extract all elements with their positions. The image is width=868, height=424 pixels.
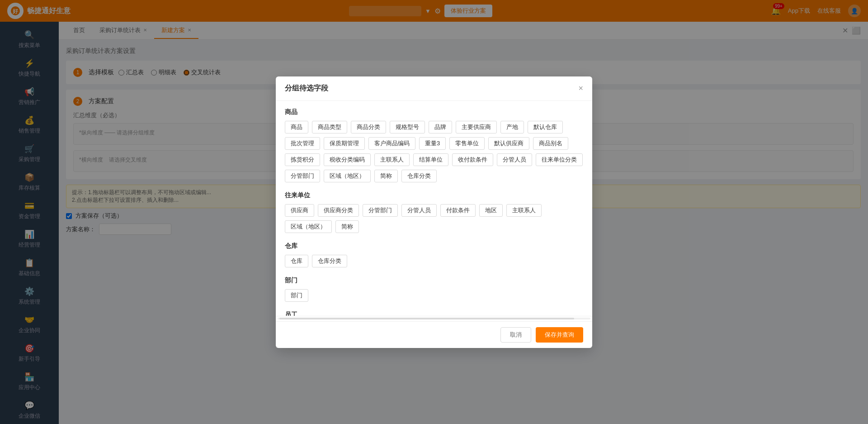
tag-supplier-category[interactable]: 供应商分类 [318, 204, 359, 217]
tag-payment-terms[interactable]: 收付款条件 [452, 153, 493, 166]
tag-main-supplier[interactable]: 主要供应商 [456, 121, 497, 133]
tag-region-partner[interactable]: 区域（地区） [285, 220, 332, 233]
tag-area[interactable]: 地区 [479, 204, 503, 217]
section-employee-title: 员工 [285, 311, 583, 316]
dialog-header: 分组待选字段 × [276, 76, 592, 101]
section-warehouse-tags: 仓库 仓库分类 [285, 255, 583, 267]
tag-retail-unit[interactable]: 零售单位 [449, 137, 485, 150]
tag-dept[interactable]: 部门 [285, 289, 308, 302]
tag-default-warehouse[interactable]: 默认仓库 [528, 121, 563, 133]
tag-warehouse[interactable]: 仓库 [285, 255, 308, 267]
tag-goods-category[interactable]: 商品分类 [351, 121, 386, 133]
tag-goods-type[interactable]: 商品类型 [312, 121, 347, 133]
section-partner: 往来单位 供应商 供应商分类 分管部门 分管人员 付款条件 地区 主联系人 区域… [285, 191, 583, 233]
dialog-hscroll [276, 316, 592, 321]
dialog-footer: 取消 保存并查询 [276, 321, 592, 348]
section-partner-tags: 供应商 供应商分类 分管部门 分管人员 付款条件 地区 主联系人 区域（地区） … [285, 204, 583, 233]
field-select-dialog: 分组待选字段 × 商品 商品 商品类型 商品分类 规格型号 品牌 主要供应商 产… [276, 76, 592, 348]
dialog-close-btn[interactable]: × [578, 84, 583, 92]
tag-manager[interactable]: 分管人员 [497, 153, 532, 166]
tag-dept-partner[interactable]: 分管部门 [363, 204, 398, 217]
tag-shelf-life[interactable]: 保质期管理 [324, 137, 365, 150]
tag-batch-mgmt[interactable]: 批次管理 [285, 137, 320, 150]
section-goods: 商品 商品 商品类型 商品分类 规格型号 品牌 主要供应商 产地 默认仓库 批次… [285, 108, 583, 182]
section-partner-title: 往来单位 [285, 191, 583, 200]
tag-tax-code[interactable]: 税收分类编码 [324, 153, 371, 166]
tag-warehouse-category[interactable]: 仓库分类 [312, 255, 347, 267]
tag-short-name-partner[interactable]: 简称 [335, 220, 359, 233]
tag-managing-dept[interactable]: 分管部门 [285, 170, 320, 182]
tag-warehouse-cat[interactable]: 仓库分类 [401, 170, 437, 182]
tag-origin[interactable]: 产地 [500, 121, 524, 133]
section-warehouse: 仓库 仓库 仓库分类 [285, 242, 583, 267]
section-dept-title: 部门 [285, 276, 583, 285]
dialog-title: 分组待选字段 [285, 84, 328, 93]
confirm-btn[interactable]: 保存并查询 [536, 327, 583, 343]
section-dept-tags: 部门 [285, 289, 583, 302]
tag-goods-alias[interactable]: 商品别名 [533, 137, 568, 150]
tag-main-contact-partner[interactable]: 主联系人 [506, 204, 542, 217]
dialog-body: 商品 商品 商品类型 商品分类 规格型号 品牌 主要供应商 产地 默认仓库 批次… [276, 101, 592, 316]
section-goods-title: 商品 [285, 108, 583, 116]
tag-payment-cond[interactable]: 付款条件 [440, 204, 476, 217]
tag-goods[interactable]: 商品 [285, 121, 308, 133]
tag-brand[interactable]: 品牌 [429, 121, 452, 133]
tag-region-goods[interactable]: 区域（地区） [324, 170, 371, 182]
tag-partner-category[interactable]: 往来单位分类 [536, 153, 583, 166]
tag-person-partner[interactable]: 分管人员 [401, 204, 437, 217]
tag-customer-code[interactable]: 客户商品编码 [368, 137, 415, 150]
tag-supplier[interactable]: 供应商 [285, 204, 314, 217]
section-dept: 部门 部门 [285, 276, 583, 302]
section-warehouse-title: 仓库 [285, 242, 583, 250]
tag-main-contact[interactable]: 主联系人 [374, 153, 410, 166]
section-goods-tags: 商品 商品类型 商品分类 规格型号 品牌 主要供应商 产地 默认仓库 批次管理 … [285, 121, 583, 182]
tag-weight3[interactable]: 重量3 [419, 137, 446, 150]
tag-default-supplier[interactable]: 默认供应商 [488, 137, 529, 150]
tag-spec-model[interactable]: 规格型号 [390, 121, 425, 133]
section-employee: 员工 业务员 [285, 311, 583, 316]
cancel-btn[interactable]: 取消 [500, 327, 531, 343]
tag-settlement-unit[interactable]: 结算单位 [413, 153, 448, 166]
tag-short-name-goods[interactable]: 简称 [374, 170, 398, 182]
tag-pick-points[interactable]: 拣货积分 [285, 153, 320, 166]
dialog-overlay: 分组待选字段 × 商品 商品 商品类型 商品分类 规格型号 品牌 主要供应商 产… [0, 0, 868, 424]
